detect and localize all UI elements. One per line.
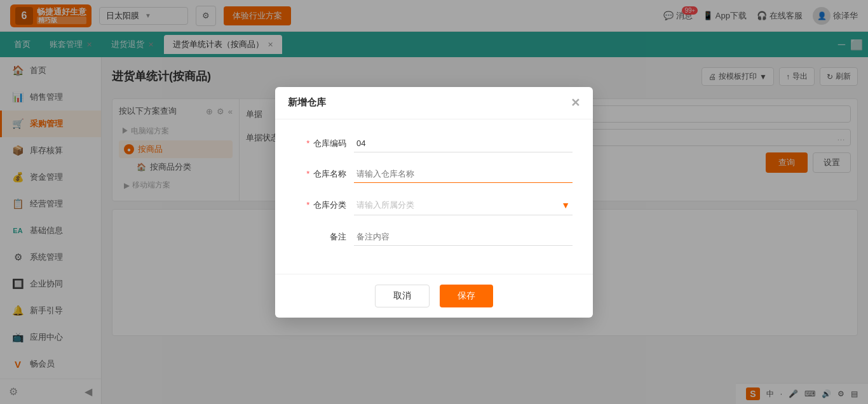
category-placeholder: 请输入所属分类 — [356, 199, 414, 211]
form-label-code: * 仓库编码 — [295, 138, 346, 149]
input-remark[interactable] — [354, 228, 573, 246]
form-row-category: * 仓库分类 请输入所属分类 ▼ — [295, 196, 573, 215]
modal-header: 新增仓库 ✕ — [275, 87, 593, 119]
form-row-code: * 仓库编码 — [295, 135, 573, 152]
label-remark-text: 备注 — [330, 232, 346, 241]
label-name-text: 仓库名称 — [313, 169, 346, 178]
modal-overlay[interactable]: 新增仓库 ✕ * 仓库编码 * 仓库名称 — [0, 0, 868, 404]
modal-body: * 仓库编码 * 仓库名称 * 仓库分类 请输入所属 — [275, 119, 593, 274]
label-category-text: 仓库分类 — [313, 200, 346, 210]
form-row-remark: 备注 — [295, 228, 573, 246]
form-label-category: * 仓库分类 — [295, 199, 346, 211]
required-star-code: * — [306, 138, 309, 148]
modal-footer: 取消 保存 — [275, 274, 593, 318]
form-label-name: * 仓库名称 — [295, 168, 346, 180]
select-warehouse-category[interactable]: 请输入所属分类 ▼ — [354, 196, 573, 215]
required-star-name: * — [306, 169, 309, 178]
modal-new-warehouse: 新增仓库 ✕ * 仓库编码 * 仓库名称 — [275, 87, 593, 318]
form-row-name: * 仓库名称 — [295, 165, 573, 183]
modal-close-button[interactable]: ✕ — [571, 96, 580, 110]
label-code-text: 仓库编码 — [313, 138, 346, 148]
required-star-category: * — [306, 200, 309, 210]
form-label-remark: 备注 — [295, 231, 346, 243]
modal-title: 新增仓库 — [288, 97, 326, 109]
category-arrow: ▼ — [561, 200, 570, 210]
input-warehouse-name[interactable] — [354, 165, 573, 183]
save-button[interactable]: 保存 — [440, 285, 493, 307]
cancel-button[interactable]: 取消 — [375, 285, 430, 307]
input-warehouse-code[interactable] — [354, 135, 573, 152]
